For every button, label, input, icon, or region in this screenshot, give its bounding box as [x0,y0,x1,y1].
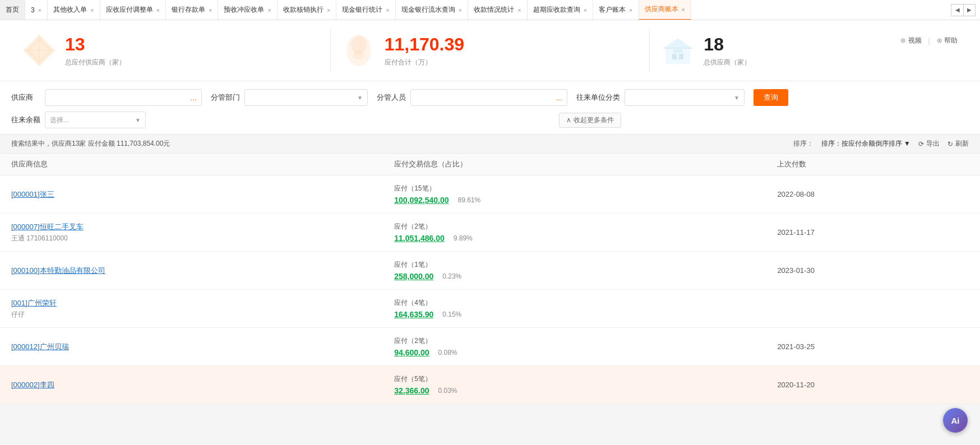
supplier-input-dots[interactable]: ... [190,93,197,102]
transaction-amount[interactable]: 11,051,486.00 [394,234,445,243]
nav-tab-collect-verify-close[interactable]: × [327,7,330,13]
ai-assistant-button[interactable]: Ai [943,408,968,433]
dept-select[interactable]: ▼ [244,89,368,106]
transaction-amount[interactable]: 94,600.00 [394,348,429,357]
nav-tab-customer-account-label: 客户账本 [599,5,626,15]
collapse-filter-button[interactable]: ∧ 收起更多条件 [559,113,621,128]
transaction-percent: 0.23% [442,272,461,280]
balance-select-text: 选择... [50,115,69,125]
nav-tab-supplier-account-close[interactable]: × [682,6,685,13]
export-btn-label: 导出 [926,139,940,149]
summary-card-3-label: 总供应商（家） [704,58,751,67]
person-input[interactable]: ... [410,89,567,106]
supplier-link[interactable]: [001]广州荣轩 [11,298,394,308]
nav-scroll-right[interactable]: ▶ [963,4,976,16]
transaction-label: 应付（4笔） [394,298,432,308]
supplier-link[interactable]: [000100]本特勤油品有限公司 [11,266,394,276]
result-info-text: 搜索结果中，供应商13家 应付金额 111,703,854.00元 [11,139,170,149]
nav-tab-bank-deposit[interactable]: 银行存款单 × [166,0,218,20]
svg-marker-8 [663,38,692,48]
transaction-info-cell: 应付（4笔） 164,635.90 0.15% [394,298,777,319]
transaction-line: 应付（2笔） [394,222,777,231]
transaction-line: 应付（4笔） [394,298,777,308]
nav-tab-ap-adjust[interactable]: 应收应付调整单 × [100,0,166,20]
balance-select[interactable]: 选择... ▼ [45,112,146,128]
store-icon [661,34,695,67]
balance-chevron-icon: ▼ [135,117,141,123]
summary-card-total-payable: 11,170.39 应付合计（万） [331,29,650,72]
summary-card-1-number: 13 [65,34,319,55]
top-navigation: 首页 3 × 其他收入单 × 应收应付调整单 × 银行存款单 × 预收冲应收单 … [0,0,980,20]
filter-category: 往来单位分类 ▼ [576,89,745,106]
nav-tab-collect-stat[interactable]: 收款情况统计 × [468,0,527,20]
nav-tab-advance-receive[interactable]: 预收冲应收单 × [218,0,277,20]
nav-tab-overdue-collect-close[interactable]: × [584,7,587,13]
transaction-percent: 0.03% [438,387,457,395]
supplier-info-cell: [000007]恒旺二手叉车 王通 17106110000 [11,222,394,243]
nav-tab-other-income[interactable]: 其他收入单 × [48,0,100,20]
table-row: [000007]恒旺二手叉车 王通 17106110000 应付（2笔） 11,… [0,214,980,252]
transaction-label: 应付（5笔） [394,374,432,384]
nav-tab-collect-stat-close[interactable]: × [517,7,521,13]
sort-value-text: 排序：按应付余额倒序排序 [821,140,902,147]
category-select[interactable]: ▼ [625,89,745,106]
nav-tab-supplier-account[interactable]: 供应商账本 × [639,0,691,20]
svg-rect-10 [679,54,683,59]
table-row: [000002]李四 应付（5笔） 32,366.00 0.03% 2020-1… [0,366,980,404]
transaction-amount[interactable]: 258,000.00 [394,272,433,281]
supplier-input[interactable]: ... [45,89,202,106]
nav-tab-3[interactable]: 3 × [25,0,48,20]
summary-card-1-label: 总应付供应商（家） [65,58,319,67]
nav-tab-cash-bank-flow[interactable]: 现金银行流水查询 × [396,0,468,20]
nav-tab-cash-bank-flow-close[interactable]: × [459,7,462,13]
nav-tab-cash-bank-stat[interactable]: 现金银行统计 × [336,0,395,20]
nav-tab-home[interactable]: 首页 [0,0,25,20]
nav-scroll-left[interactable]: ◀ [951,4,963,16]
export-button[interactable]: ⟳ 导出 [918,139,940,149]
last-payment-cell: 2020-11-20 [777,381,969,389]
refresh-button[interactable]: ↻ 刷新 [947,139,969,149]
table-header-supplier: 供应商信息 [11,159,394,169]
transaction-amount[interactable]: 100,092,540.00 [394,196,449,205]
supplier-info-cell: [000002]李四 [11,380,394,390]
supplier-link[interactable]: [000001]张三 [11,189,394,200]
sort-chevron-icon: ▼ [904,140,910,147]
transaction-percent: 9.89% [454,234,473,242]
supplier-sub-info: 仔仔 [11,310,394,319]
nav-tab-3-label: 3 [31,6,35,14]
table-header-transaction: 应付交易信息（占比） [394,159,777,169]
transaction-amount-line: 100,092,540.00 89.61% [394,196,777,205]
transaction-amount[interactable]: 164,635.90 [394,310,433,319]
supplier-link[interactable]: [000012]广州贝瑞 [11,342,394,352]
nav-tab-advance-receive-close[interactable]: × [267,7,271,13]
nav-tab-bank-deposit-close[interactable]: × [209,7,212,13]
supplier-link[interactable]: [000007]恒旺二手叉车 [11,222,394,232]
nav-tab-other-income-close[interactable]: × [90,7,94,13]
summary-card-2-number: 11,170.39 [385,34,639,55]
nav-tab-cash-bank-stat-close[interactable]: × [386,7,389,13]
nav-tab-collect-verify[interactable]: 收款核销执行 × [278,0,336,20]
table-row: [000012]广州贝瑞 应付（2笔） 94,600.00 0.08% 2021… [0,328,980,366]
nav-tab-overdue-collect[interactable]: 超期应收款查询 × [528,0,593,20]
transaction-line: 应付（1笔） [394,260,777,270]
supplier-link[interactable]: [000002]李四 [11,380,394,390]
transaction-amount[interactable]: 32,366.00 [394,386,429,395]
supplier-info-cell: [000012]广州贝瑞 [11,342,394,352]
filter-balance: 往来余额 选择... ▼ [11,112,202,128]
sort-value[interactable]: 排序：按应付余额倒序排序 ▼ [821,139,910,149]
transaction-info-cell: 应付（15笔） 100,092,540.00 89.61% [394,184,777,205]
nav-tab-ap-adjust-close[interactable]: × [156,7,160,13]
person-input-dots[interactable]: ... [556,93,562,102]
collapse-btn-label: 收起更多条件 [574,115,614,125]
nav-tab-3-close[interactable]: × [38,7,41,13]
filter-person-label: 分管人员 [377,92,406,103]
search-button[interactable]: 查询 [754,89,788,106]
refresh-icon: ↻ [947,140,953,148]
table-header-last-payment: 上次付数 [777,159,969,169]
video-link[interactable]: ⊙ 视频 [900,36,921,45]
table-section: 供应商信息 应付交易信息（占比） 上次付数 [000001]张三 应付（15笔）… [0,154,980,404]
sort-label: 排序： [793,139,813,149]
nav-tab-customer-account-close[interactable]: × [629,7,632,13]
nav-tab-customer-account[interactable]: 客户账本 × [593,0,639,20]
help-link[interactable]: ⊙ 帮助 [937,36,958,45]
